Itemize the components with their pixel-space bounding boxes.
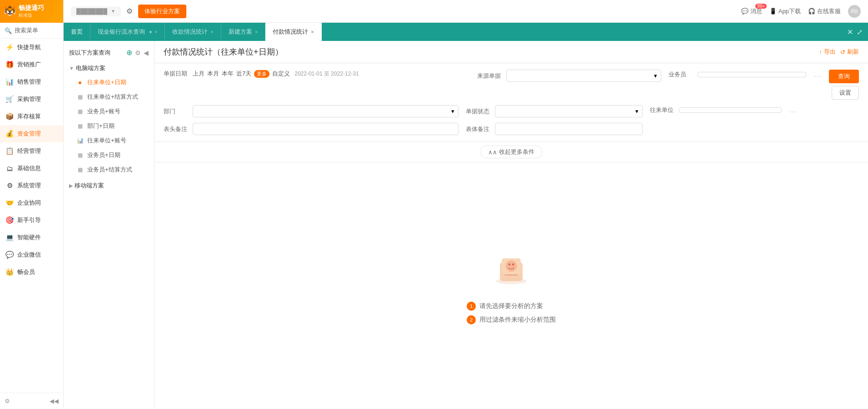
scheme-item-staff-settle[interactable]: ▦ 业务员+结算方式 xyxy=(64,162,154,177)
partner-account-label: 往来单位+账号 xyxy=(87,136,126,145)
scheme-item-partner-date[interactable]: ● 往来单位+日期 xyxy=(64,75,154,90)
more-opt[interactable]: 更多 xyxy=(254,70,269,78)
add-scheme-icon[interactable]: ⊕ xyxy=(126,48,132,57)
online-service-btn[interactable]: 🎧 在线客服 xyxy=(808,7,841,15)
partner-label: 往来单位 xyxy=(650,106,675,114)
sidebar-item-label: 畅会员 xyxy=(17,268,35,276)
wechat-icon: 💬 xyxy=(5,251,14,259)
body-note-input[interactable] xyxy=(495,123,643,135)
source-bill-label: 来源单据 xyxy=(477,72,503,80)
partner-select[interactable] xyxy=(679,107,782,113)
sidebar-item-finance[interactable]: 💰 资金管理 xyxy=(0,125,63,142)
svg-point-3 xyxy=(506,260,517,272)
tab-bank-flow[interactable]: 现金银行流水查询 ▾ × xyxy=(90,23,165,41)
query-btn[interactable]: 查询 xyxy=(829,70,859,83)
body-note-filter: 表体备注 xyxy=(466,123,643,135)
sidebar-item-purchase[interactable]: 🛒 采购管理 xyxy=(0,91,63,108)
dept-date-label: 部门+日期 xyxy=(87,122,115,130)
this-month-opt[interactable]: 本月 xyxy=(207,70,219,78)
sidebar-item-hardware[interactable]: 💻 智能硬件 xyxy=(0,229,63,246)
scheme-item-staff-date[interactable]: ▦ 业务员+日期 xyxy=(64,148,154,162)
bill-status-select[interactable]: ▾ xyxy=(495,105,643,117)
sidebar-item-guide[interactable]: 🎯 新手引导 xyxy=(0,212,63,229)
scheme-item-partner-account[interactable]: 📊 往来单位+账号 xyxy=(64,133,154,148)
close-new-scheme-icon[interactable]: × xyxy=(255,29,258,35)
dept-select[interactable]: ▾ xyxy=(193,105,459,117)
last-month-opt[interactable]: 上月 xyxy=(193,70,205,78)
sidebar-item-business[interactable]: 📋 经营管理 xyxy=(0,142,63,160)
bill-date-label: 单据日期 xyxy=(164,70,189,78)
user-avatar[interactable]: Rit xyxy=(848,5,861,18)
partner-dots[interactable]: … xyxy=(789,105,797,115)
sidebar-item-basic[interactable]: 🗂 基础信息 xyxy=(0,160,63,177)
sidebar-item-enterprise[interactable]: 🤝 企业协同 xyxy=(0,194,63,212)
close-payment-stat-icon[interactable]: × xyxy=(311,29,314,35)
close-all-tabs-icon[interactable]: ✕ xyxy=(847,28,853,36)
sidebar-item-wechat[interactable]: 💬 企业微信 xyxy=(0,246,63,263)
source-bill-select[interactable]: ▾ xyxy=(506,70,661,82)
inventory-icon: 📦 xyxy=(5,112,14,121)
sidebar-search[interactable]: 🔍 搜索菜单 xyxy=(0,23,63,39)
sidebar-item-system[interactable]: ⚙ 系统管理 xyxy=(0,177,63,194)
this-year-opt[interactable]: 本年 xyxy=(222,70,234,78)
home-tab-label: 首页 xyxy=(71,28,83,36)
refresh-btn[interactable]: ↺ 刷新 xyxy=(840,48,859,56)
header-note-input[interactable] xyxy=(193,123,459,135)
tab-new-scheme[interactable]: 新建方案 × xyxy=(221,23,265,41)
workspace-name: ████████ xyxy=(76,8,107,15)
tab-home[interactable]: 首页 xyxy=(64,23,90,41)
staff-filter: 业务员 … xyxy=(668,70,822,79)
filter-row-1: 单据日期 上月 本月 本年 近7天 更多 自定义 2022-01-01 至 20… xyxy=(164,70,859,100)
mobile-group-label: 移动端方案 xyxy=(75,182,104,190)
close-receipt-stat-icon[interactable]: × xyxy=(210,29,213,35)
sidebar-item-marketing[interactable]: 🎁 营销推广 xyxy=(0,56,63,73)
empty-tip-2: 2 用过滤条件来缩小分析范围 xyxy=(467,315,556,324)
quick-nav-icon: ⚡ xyxy=(5,43,14,51)
collapse-conditions-btn[interactable]: ∧∧ 收起更多条件 xyxy=(480,146,542,158)
message-btn[interactable]: 💬 消息 99+ xyxy=(741,7,762,15)
bill-status-filter: 单据状态 ▾ xyxy=(466,105,643,117)
app-icon: 📱 xyxy=(769,8,777,15)
app-download-btn[interactable]: 📱 App下载 xyxy=(769,7,801,15)
scheme-item-partner-settle[interactable]: ▦ 往来单位+结算方式 xyxy=(64,90,154,104)
custom-opt[interactable]: 自定义 xyxy=(272,70,290,78)
filter-form: 单据日期 上月 本月 本年 近7天 更多 自定义 2022-01-01 至 20… xyxy=(155,63,868,142)
collapse-sidebar-icon[interactable]: ◀◀ xyxy=(50,398,59,404)
export-btn[interactable]: ↑ 导出 xyxy=(819,48,836,56)
tip-num-2: 2 xyxy=(467,315,476,324)
sidebar-item-inventory[interactable]: 📦 库存核算 xyxy=(0,108,63,125)
bill-date-filter: 单据日期 上月 本月 本年 近7天 更多 自定义 2022-01-01 至 20… xyxy=(164,70,470,78)
trial-btn[interactable]: 体验行业方案 xyxy=(138,5,186,18)
sidebar-item-label: 经营管理 xyxy=(17,147,41,155)
collapse-label: 收起更多条件 xyxy=(499,148,534,156)
sidebar-item-quick-nav[interactable]: ⚡ 快捷导航 xyxy=(0,39,63,56)
mobile-group-arrow: ▶ xyxy=(69,183,73,189)
scheme-item-staff-account[interactable]: ▦ 业务员+账号 xyxy=(64,104,154,119)
sidebar-item-sales[interactable]: 📊 销售管理 xyxy=(0,73,63,91)
tab-payment-stat[interactable]: 付款情况统计 × xyxy=(265,23,321,41)
collapse-scheme-icon[interactable]: ◀ xyxy=(144,49,149,56)
purchase-icon: 🛒 xyxy=(5,95,14,103)
sidebar-item-member[interactable]: 👑 畅会员 xyxy=(0,263,63,281)
page-title: 付款情况统计（往来单位+日期） xyxy=(164,46,283,57)
tab-receipt-stat[interactable]: 收款情况统计 × xyxy=(165,23,221,41)
staff-select[interactable] xyxy=(698,72,806,77)
settings-btn[interactable]: ⚙ xyxy=(126,7,133,15)
search-icon: 🔍 xyxy=(5,27,12,34)
mobile-group-title[interactable]: ▶ 移动端方案 xyxy=(64,179,154,192)
staff-label: 业务员 xyxy=(668,71,694,79)
staff-dots[interactable]: … xyxy=(813,70,822,79)
settings-icon[interactable]: ⚙ xyxy=(5,398,10,404)
last-7days-opt[interactable]: 近7天 xyxy=(236,70,251,78)
scheme-settings-icon[interactable]: ⚙ xyxy=(135,49,141,56)
source-bill-filter: 来源单据 ▾ xyxy=(477,70,661,82)
close-bank-flow-icon[interactable]: × xyxy=(155,29,157,35)
setting-btn[interactable]: 设置 xyxy=(832,86,859,100)
message-badge: 99+ xyxy=(755,4,767,9)
workspace-selector[interactable]: ████████ ▼ xyxy=(71,6,121,16)
scheme-item-dept-date[interactable]: ▦ 部门+日期 xyxy=(64,119,154,133)
pc-group-title[interactable]: ▼ 电脑端方案 xyxy=(64,61,154,75)
expand-tab-icon[interactable]: ⤢ xyxy=(857,28,863,36)
dept-label: 部门 xyxy=(164,107,189,116)
guide-icon: 🎯 xyxy=(5,216,14,224)
